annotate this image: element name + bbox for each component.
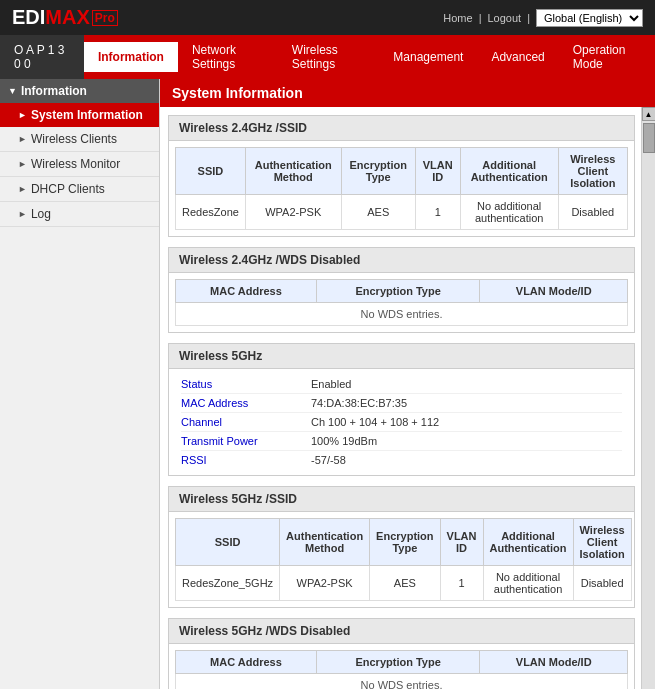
sidebar-item-label: Log	[31, 207, 51, 221]
col-add-auth: Additional Authentication	[483, 519, 573, 566]
content-scroll-wrapper: Wireless 2.4GHz /SSID SSID Authenticatio…	[160, 107, 655, 689]
info-label: Channel	[181, 416, 311, 428]
item-arrow-icon: ►	[18, 159, 27, 169]
sidebar-item-label: System Information	[31, 108, 143, 122]
cell-ssid: RedesZone_5GHz	[176, 566, 280, 601]
scroll-thumb[interactable]	[643, 123, 655, 153]
col-mac: MAC Address	[176, 280, 317, 303]
info-row-mac: MAC Address 74:DA:38:EC:B7:35	[181, 394, 622, 413]
nav-management[interactable]: Management	[379, 42, 477, 72]
cell-isolation: Disabled	[573, 566, 631, 601]
col-ssid: SSID	[176, 148, 246, 195]
language-select[interactable]: Global (English)	[536, 9, 643, 27]
info-row-channel: Channel Ch 100 + 104 + 108 + 112	[181, 413, 622, 432]
col-mac: MAC Address	[176, 651, 317, 674]
col-add-auth: Additional Authentication	[460, 148, 558, 195]
cell-auth: WPA2-PSK	[280, 566, 370, 601]
info-row-rssi: RSSI -57/-58	[181, 451, 622, 469]
col-auth-method: Authentication Method	[280, 519, 370, 566]
col-wc-isolation: Wireless Client Isolation	[558, 148, 627, 195]
no-entries-cell: No WDS entries.	[176, 303, 628, 326]
nav-information[interactable]: Information	[84, 42, 178, 72]
cell-add-auth: No additional authentication	[460, 195, 558, 230]
section-wireless-5ghz-wds: Wireless 5GHz /WDS Disabled MAC Address …	[168, 618, 635, 689]
section-wireless-5ghz-ssid: Wireless 5GHz /SSID SSID Authentication …	[168, 486, 635, 608]
col-vlan-mode: VLAN Mode/ID	[480, 280, 628, 303]
section-wireless-24-wds: Wireless 2.4GHz /WDS Disabled MAC Addres…	[168, 247, 635, 333]
header: EDIMAX Pro Home | Logout | Global (Engli…	[0, 0, 655, 35]
scroll-track: ▲ ▼	[641, 107, 655, 689]
nav-wireless-settings[interactable]: Wireless Settings	[278, 35, 380, 79]
nav-operation-mode[interactable]: Operation Mode	[559, 35, 655, 79]
item-arrow-icon: ►	[18, 184, 27, 194]
col-enc-type: Encryption Type	[316, 651, 480, 674]
section-wireless-24-ssid: Wireless 2.4GHz /SSID SSID Authenticatio…	[168, 115, 635, 237]
info-row-status: Status Enabled	[181, 375, 622, 394]
cell-ssid: RedesZone	[176, 195, 246, 230]
sidebar-item-label: DHCP Clients	[31, 182, 105, 196]
item-arrow-icon: ►	[18, 110, 27, 120]
sidebar-section-information[interactable]: ▼ Information	[0, 79, 159, 103]
logout-link[interactable]: Logout	[487, 12, 521, 24]
sidebar-item-label: Wireless Monitor	[31, 157, 120, 171]
info-row-tx-power: Transmit Power 100% 19dBm	[181, 432, 622, 451]
col-auth-method: Authentication Method	[245, 148, 341, 195]
sidebar-item-system-information[interactable]: ► System Information	[0, 103, 159, 127]
cell-vlan: 1	[440, 566, 483, 601]
content-scroll-area[interactable]: Wireless 2.4GHz /SSID SSID Authenticatio…	[160, 107, 641, 689]
logo: EDIMAX Pro	[12, 6, 118, 29]
sidebar-item-wireless-monitor[interactable]: ► Wireless Monitor	[0, 152, 159, 177]
cell-enc: AES	[370, 566, 440, 601]
col-enc-type: Encryption Type	[370, 519, 440, 566]
sidebar: ▼ Information ► System Information ► Wir…	[0, 79, 160, 689]
sidebar-section-label: Information	[21, 84, 87, 98]
col-enc-type: Encryption Type	[341, 148, 415, 195]
section-arrow-icon: ▼	[8, 86, 17, 96]
cell-vlan: 1	[415, 195, 460, 230]
col-vlan-mode: VLAN Mode/ID	[480, 651, 628, 674]
no-entries-cell: No WDS entries.	[176, 674, 628, 690]
section-header-wireless-24-ssid: Wireless 2.4GHz /SSID	[169, 116, 634, 141]
info-rows-5ghz: Status Enabled MAC Address 74:DA:38:EC:B…	[169, 369, 634, 475]
info-value: 74:DA:38:EC:B7:35	[311, 397, 407, 409]
cell-isolation: Disabled	[558, 195, 627, 230]
item-arrow-icon: ►	[18, 209, 27, 219]
cell-add-auth: No additional authentication	[483, 566, 573, 601]
sidebar-item-wireless-clients[interactable]: ► Wireless Clients	[0, 127, 159, 152]
info-value: Ch 100 + 104 + 108 + 112	[311, 416, 439, 428]
nav-advanced[interactable]: Advanced	[477, 42, 558, 72]
device-name: O A P 1 3 0 0	[0, 35, 84, 79]
sidebar-item-label: Wireless Clients	[31, 132, 117, 146]
table-row: RedesZone_5GHz WPA2-PSK AES 1 No additio…	[176, 566, 632, 601]
nav-bar: O A P 1 3 0 0 Information Network Settin…	[0, 35, 655, 79]
info-label: Status	[181, 378, 311, 390]
section-wireless-5ghz: Wireless 5GHz Status Enabled MAC Address…	[168, 343, 635, 476]
section-header-wireless-5ghz-ssid: Wireless 5GHz /SSID	[169, 487, 634, 512]
col-ssid: SSID	[176, 519, 280, 566]
main-layout: ▼ Information ► System Information ► Wir…	[0, 79, 655, 689]
section-header-wireless-24-wds: Wireless 2.4GHz /WDS Disabled	[169, 248, 634, 273]
col-wc-isolation: Wireless Client Isolation	[573, 519, 631, 566]
nav-network-settings[interactable]: Network Settings	[178, 35, 278, 79]
info-label: Transmit Power	[181, 435, 311, 447]
col-vlan-id: VLAN ID	[415, 148, 460, 195]
info-value: 100% 19dBm	[311, 435, 377, 447]
table-row: No WDS entries.	[176, 303, 628, 326]
cell-enc: AES	[341, 195, 415, 230]
info-label: RSSI	[181, 454, 311, 466]
info-label: MAC Address	[181, 397, 311, 409]
sidebar-item-log[interactable]: ► Log	[0, 202, 159, 227]
wds-5ghz-table: MAC Address Encryption Type VLAN Mode/ID…	[175, 650, 628, 689]
sidebar-item-dhcp-clients[interactable]: ► DHCP Clients	[0, 177, 159, 202]
table-row: No WDS entries.	[176, 674, 628, 690]
col-enc-type: Encryption Type	[316, 280, 480, 303]
section-header-wireless-5ghz-wds: Wireless 5GHz /WDS Disabled	[169, 619, 634, 644]
section-header-wireless-5ghz: Wireless 5GHz	[169, 344, 634, 369]
scroll-up-button[interactable]: ▲	[642, 107, 656, 121]
col-vlan-id: VLAN ID	[440, 519, 483, 566]
home-link[interactable]: Home	[443, 12, 472, 24]
content-title-bar: System Information	[160, 79, 655, 107]
info-value: -57/-58	[311, 454, 346, 466]
ssid-24-table: SSID Authentication Method Encryption Ty…	[175, 147, 628, 230]
cell-auth: WPA2-PSK	[245, 195, 341, 230]
